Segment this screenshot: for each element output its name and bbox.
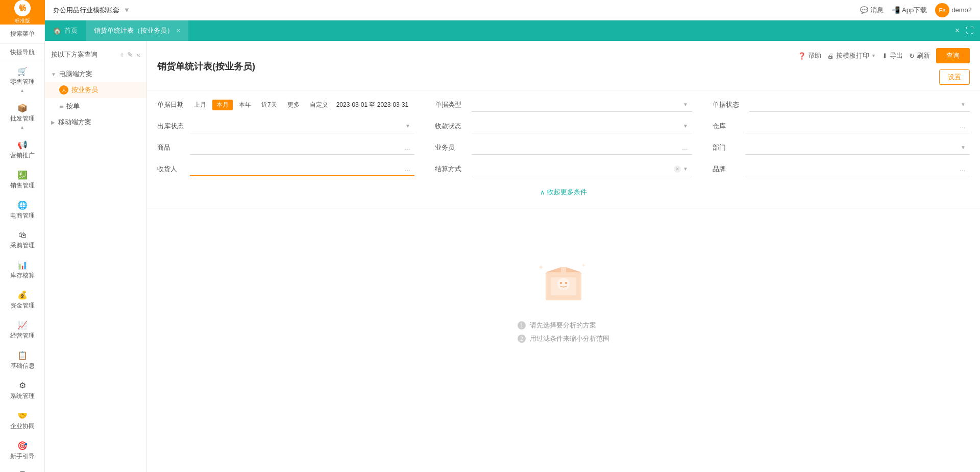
mobile-scheme-group[interactable]: ▶ 移动端方案 [45, 114, 146, 130]
date-chip-this-year[interactable]: 本年 [235, 100, 255, 110]
filter-receipt-status-label: 收款状态 [435, 122, 468, 131]
filter-settlement-control[interactable]: × ▼ [472, 162, 692, 176]
filter-brand-control[interactable]: … [745, 162, 970, 176]
sidebar-item-finance[interactable]: 💰 资金管理 [0, 285, 44, 315]
salesperson-more-icon[interactable]: … [682, 144, 688, 151]
settlement-clear-btn[interactable]: × [674, 166, 681, 173]
empty-hint-1: 1 请先选择要分析的方案 [518, 321, 609, 330]
logo-icon: 畅 [14, 0, 31, 16]
filter-dept-label: 部门 [713, 143, 741, 152]
tab-bar: 🏠 首页 销货单统计表（按业务员） × × ⛶ [45, 20, 980, 41]
page-content: 按以下方案查询 + ✎ « ▼ 电脑端方案 人 [45, 41, 980, 472]
nav-dropdown-icon[interactable]: ▼ [124, 6, 130, 14]
receipt-status-dropdown-icon[interactable]: ▼ [683, 123, 688, 129]
date-chips: 上月 本月 本年 近7天 更多 自定义 2023-03-01 至 2023-03… [190, 100, 408, 110]
sidebar-item-sales[interactable]: 💹 销售管理 [0, 165, 44, 195]
doc-type-dropdown-icon[interactable]: ▼ [683, 102, 688, 107]
sidebar-item-ecommerce[interactable]: 🌐 电商管理 [0, 195, 44, 225]
sidebar-shortcut[interactable]: 快捷导航 [0, 44, 44, 61]
app-download-btn[interactable]: 📲 App下载 [892, 6, 927, 15]
setting-button[interactable]: 设置 [939, 69, 970, 85]
filter-doc-type-label: 单据类型 [435, 100, 468, 109]
date-chip-custom[interactable]: 自定义 [306, 100, 332, 110]
goods-more-icon[interactable]: … [404, 144, 410, 151]
refresh-btn[interactable]: ↻ 刷新 [909, 51, 930, 60]
date-chip-7days[interactable]: 近7天 [257, 100, 281, 110]
filter-consignee-control[interactable]: … [190, 162, 414, 176]
query-button[interactable]: 查询 [936, 48, 970, 63]
tab-minimize-btn[interactable]: × [953, 24, 962, 37]
svg-point-5 [565, 282, 567, 284]
sidebar-item-newbie[interactable]: 🎯 新手引导 [0, 436, 44, 466]
tab-sales-stat[interactable]: 销货单统计表（按业务员） × [86, 20, 188, 41]
filter-salesperson-control[interactable]: … [472, 140, 692, 155]
sidebar-item-enterprise[interactable]: 🤝 企业协同 [0, 406, 44, 436]
edit-scheme-btn[interactable]: ✎ [127, 51, 133, 59]
scheme-by-salesperson[interactable]: 人 按业务员 [45, 82, 146, 98]
sidebar-search[interactable]: 搜索菜单 [0, 25, 44, 44]
settlement-dropdown-icon[interactable]: ▼ [683, 166, 688, 172]
finance-icon: 💰 [17, 290, 28, 300]
scheme-by-order[interactable]: ≡ 按单 [45, 98, 146, 114]
print-dropdown-icon[interactable]: ▼ [871, 53, 876, 58]
filter-receipt-status-control[interactable]: ▼ [472, 119, 692, 133]
tab-home[interactable]: 🏠 首页 [45, 20, 86, 41]
newbie-icon: 🎯 [17, 441, 28, 451]
filter-doc-type-control[interactable]: ▼ [472, 98, 692, 112]
date-chip-more[interactable]: 更多 [283, 100, 304, 110]
sidebar-item-system[interactable]: ⚙ 系统管理 [0, 375, 44, 406]
filter-out-status: 出库状态 ▼ [157, 119, 414, 133]
sidebar-item-purchase[interactable]: 🛍 采购管理 [0, 225, 44, 255]
filter-warehouse-control[interactable]: … [745, 119, 970, 133]
marketing-icon: 📢 [17, 140, 28, 150]
filter-area: 单据日期 上月 本月 本年 近7天 更多 自定义 2023-03-01 至 20… [147, 90, 980, 208]
add-scheme-btn[interactable]: + [120, 51, 124, 59]
date-chip-this-month[interactable]: 本月 [212, 100, 233, 110]
tab-expand-btn[interactable]: ⛶ [964, 24, 976, 37]
collapse-row: ∧ 收起更多条件 [157, 183, 970, 201]
page-title-bar: 销货单统计表(按业务员) ❓ 帮助 🖨 按模板打印 [147, 41, 980, 90]
filter-doc-status-control[interactable]: ▼ [749, 98, 970, 112]
doc-status-dropdown-icon[interactable]: ▼ [961, 102, 966, 107]
download-icon: 📲 [892, 6, 900, 14]
sidebar-item-inventory[interactable]: 📊 库存核算 [0, 255, 44, 285]
sidebar-item-retail[interactable]: 🛒 零售管理 ▲ [0, 61, 44, 98]
filter-dept-control[interactable]: ▼ [745, 140, 970, 155]
tab-close-btn[interactable]: × [177, 27, 180, 34]
sales-icon: 💹 [17, 170, 28, 180]
help-icon: ❓ [798, 52, 806, 60]
consignee-more-icon[interactable]: … [404, 165, 410, 172]
wholesale-icon: 📦 [17, 103, 28, 113]
desktop-scheme-group[interactable]: ▼ 电脑端方案 [45, 66, 146, 82]
sidebar-item-basic[interactable]: 📋 基础信息 [0, 345, 44, 375]
filter-goods-control[interactable]: … [190, 140, 414, 155]
warehouse-more-icon[interactable]: … [960, 123, 966, 130]
date-chip-last-month[interactable]: 上月 [190, 100, 210, 110]
sidebar-item-marketing[interactable]: 📢 营销推广 [0, 135, 44, 165]
sidebar-item-operations[interactable]: 📈 经营管理 [0, 315, 44, 345]
collapse-panel-btn[interactable]: « [136, 51, 140, 59]
filter-row-1: 单据日期 上月 本月 本年 近7天 更多 自定义 2023-03-01 至 20… [157, 98, 970, 112]
dept-dropdown-icon[interactable]: ▼ [961, 145, 966, 150]
sidebar-item-appstore[interactable]: 📱 应用中心 [0, 466, 44, 472]
out-status-dropdown-icon[interactable]: ▼ [405, 123, 410, 129]
logo-subtitle: 标准版 [15, 17, 30, 25]
help-btn[interactable]: ❓ 帮助 [798, 51, 821, 60]
export-btn[interactable]: ⬇ 导出 [882, 51, 903, 60]
left-panel-title: 按以下方案查询 [51, 50, 97, 59]
message-btn[interactable]: 💬 消息 [860, 6, 884, 15]
sidebar-item-wholesale[interactable]: 📦 批发管理 ▲ [0, 98, 44, 135]
print-btn[interactable]: 🖨 按模板打印 ▼ [827, 51, 876, 60]
user-avatar[interactable]: Ea demo2 [935, 3, 972, 17]
empty-hints: 1 请先选择要分析的方案 2 用过滤条件来缩小分析范围 [518, 321, 609, 343]
collapse-btn[interactable]: ∧ 收起更多条件 [540, 187, 587, 197]
main-area: 办公用品行业模拟账套 ▼ 💬 消息 📲 App下载 Ea demo2 🏠 首页 [45, 0, 980, 472]
filter-out-status-control[interactable]: ▼ [190, 119, 414, 133]
home-icon: 🏠 [53, 27, 61, 35]
brand-more-icon[interactable]: … [960, 166, 966, 173]
app-logo: 畅 标准版 [0, 0, 45, 25]
purchase-icon: 🛍 [18, 230, 27, 240]
mobile-group-label: 移动端方案 [58, 117, 91, 127]
filter-brand: 品牌 … [713, 162, 970, 176]
active-scheme-icon: 人 [59, 85, 68, 95]
